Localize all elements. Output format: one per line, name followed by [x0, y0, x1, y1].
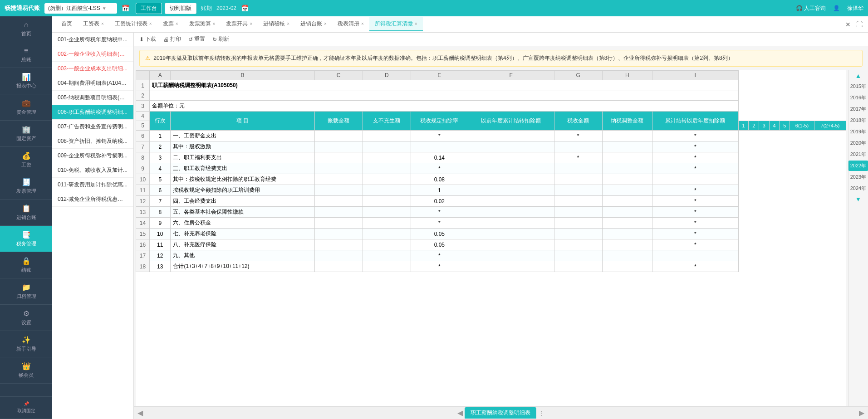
tab-home[interactable]: 首页	[56, 17, 78, 31]
sidebar-item-home[interactable]: ⌂ 首页	[0, 16, 52, 42]
period-calendar-icon[interactable]: 📅	[241, 5, 249, 12]
tab-invoice-open[interactable]: 发票开具 ×	[221, 17, 258, 31]
year-2019[interactable]: 2019年	[848, 127, 868, 137]
left-panel-item-003[interactable]: 003-一般企业成本支出明细...	[52, 62, 133, 76]
year-2016[interactable]: 2016年	[848, 93, 868, 103]
page-left-button[interactable]: ◀	[137, 409, 143, 417]
workspace-button[interactable]: 工作台	[136, 3, 162, 14]
old-version-button[interactable]: 切到旧版	[165, 3, 196, 14]
sidebar-item-guide[interactable]: ✨ 新手引导	[0, 331, 52, 357]
sales-icon: 📋	[22, 204, 31, 213]
col-header-A: A	[150, 71, 171, 80]
tab-purchase-ledger[interactable]: 进销台账 ×	[295, 17, 332, 31]
table-row: 14 9 六、住房公积金 * *	[136, 218, 846, 229]
company-selector[interactable]: (勿删）江西般宝-LSS ▼	[44, 3, 117, 14]
reset-icon: ↺	[188, 36, 193, 43]
sidebar-item-report[interactable]: 📊 报表中心	[0, 68, 52, 94]
close-icon[interactable]: ×	[361, 21, 364, 26]
row-num: 4	[136, 112, 150, 121]
left-panel-item-005[interactable]: 005-纳税调整项目明细表(A1...	[52, 91, 133, 105]
sidebar-item-label: 进销台账	[16, 214, 36, 221]
year-2018[interactable]: 2018年	[848, 115, 868, 126]
content-area: 首页 工资表 × 工资统计报表 × 发票 × 发票测算 × 发票开具 ×	[52, 16, 868, 419]
left-panel-item-002[interactable]: 002-一般企业收入明细表(A1...	[52, 47, 133, 62]
table-header-row: 4 行次 项 目 账载全额 支不充生额 税收规定扣除率 以前年度累计结转扣除额 …	[136, 112, 846, 121]
left-panel-item-008[interactable]: 008-资产折旧、摊销及纳税...	[52, 134, 133, 149]
tab-purchase-check[interactable]: 进销稽核 ×	[258, 17, 295, 31]
tab-salary-report[interactable]: 工资统计报表 ×	[109, 17, 157, 31]
th-sub-6: 6(1-5)	[790, 121, 814, 131]
left-panel-item-001[interactable]: 001-企业所得税年度纳税申...	[52, 33, 133, 47]
left-panel-item-009[interactable]: 009-企业所得税弥补亏损明...	[52, 149, 133, 163]
headset-icon: 🎧	[796, 5, 803, 11]
bottom-menu-dots[interactable]: ⋮	[538, 409, 544, 417]
reset-button[interactable]: ↺ 重置	[188, 35, 205, 43]
sidebar-item-label: 总账	[21, 56, 31, 63]
table-row: 1 职工薪酬纳税调整明细表(A105050)	[136, 80, 846, 91]
th-sub-5: 5	[780, 121, 790, 131]
print-button[interactable]: 🖨 打印	[163, 35, 181, 43]
close-icon[interactable]: ×	[287, 21, 289, 26]
scroll-right-button[interactable]: ▶	[859, 409, 864, 417]
left-panel-item-012[interactable]: 012-减免企业所得税优惠明细...	[52, 192, 133, 207]
page-right-button[interactable]: ◀	[457, 409, 463, 417]
sidebar-item-salary[interactable]: 💰 工资	[0, 147, 52, 173]
left-panel-item-006[interactable]: 006-职工薪酬纳税调整明细...	[52, 105, 133, 120]
sidebar-item-fixed-assets[interactable]: 🏢 固定资产	[0, 121, 52, 147]
close-icon[interactable]: ×	[250, 21, 252, 26]
table-container[interactable]: A B C D E F G H I	[136, 70, 846, 406]
left-panel-item-007[interactable]: 007-广告费和业务宣传费明...	[52, 120, 133, 134]
col-header-B: B	[171, 71, 314, 80]
tab-salary[interactable]: 工资表 ×	[78, 17, 109, 31]
year-2021[interactable]: 2021年	[848, 149, 868, 160]
year-2023[interactable]: 2023年	[848, 172, 868, 182]
left-panel-item-004[interactable]: 004-期间费用明细表(A1040...	[52, 76, 133, 91]
year-2022[interactable]: 2022年	[848, 161, 868, 171]
close-icon[interactable]: ×	[149, 21, 152, 26]
support-button[interactable]: 🎧 人工客询	[796, 5, 826, 12]
close-icon[interactable]: ×	[101, 21, 104, 26]
download-button[interactable]: ⬇ 下载	[139, 35, 156, 43]
year-2024[interactable]: 2024年	[848, 183, 868, 194]
row-num: 5	[136, 121, 150, 131]
fullscreen-button[interactable]: ⛶	[854, 20, 864, 29]
tab-tax-list[interactable]: 税表清册 ×	[332, 17, 369, 31]
tab-invoice-calc[interactable]: 发票测算 ×	[184, 17, 221, 31]
sidebar-item-tax[interactable]: 📑 税务管理	[0, 226, 52, 252]
bottom-tab-salary[interactable]: 职工薪酬纳税调整明细表	[465, 407, 536, 419]
close-icon[interactable]: ×	[176, 21, 178, 26]
sidebar-item-invoice[interactable]: 🧾 发票管理	[0, 173, 52, 200]
sidebar-item-member[interactable]: 👑 畅会员	[0, 357, 52, 384]
th-book-total: 账载全额	[314, 112, 363, 131]
table-row: 12 7 四、工会经费支出 0.02 *	[136, 196, 846, 207]
sidebar: ⌂ 首页 ≡ 总账 📊 报表中心 💼 资金管理 🏢 固定资产 💰 工资 🧾 发票…	[0, 16, 52, 419]
year-2020[interactable]: 2020年	[848, 138, 868, 148]
tab-invoice[interactable]: 发票 ×	[157, 17, 184, 31]
year-scroll: ▲ 2015年 2016年 2017年 2018年 2019年 2020年 20…	[848, 70, 868, 406]
tab-actions: ✕ ⛶	[843, 20, 864, 29]
year-2015[interactable]: 2015年	[848, 81, 868, 92]
sidebar-item-archive[interactable]: 📁 归档管理	[0, 278, 52, 305]
sidebar-unpin-button[interactable]: 📌 取消固定	[0, 397, 52, 419]
sidebar-item-sales-ledger[interactable]: 📋 进销台账	[0, 200, 52, 226]
left-panel-item-011[interactable]: 011-研发费用加计扣除优惠...	[52, 178, 133, 192]
tab-income-tax[interactable]: 所得税汇算清缴 ×	[369, 17, 423, 31]
table-row: 8 3 二、职工福利要支出 0.14 * *	[136, 152, 846, 163]
close-icon[interactable]: ×	[415, 21, 417, 26]
close-icon[interactable]: ×	[213, 21, 216, 26]
sidebar-item-label: 设置	[21, 319, 31, 326]
left-panel-item-010[interactable]: 010-免税、减收收入及加计...	[52, 163, 133, 178]
scroll-down-arrow[interactable]: ▼	[854, 195, 863, 204]
sidebar-item-ledger[interactable]: ≡ 总账	[0, 42, 52, 68]
table-row: 7 2 其中：股权激励 *	[136, 141, 846, 152]
close-icon[interactable]: ×	[324, 21, 327, 26]
sidebar-item-closing[interactable]: 🔒 结账	[0, 252, 52, 278]
close-all-tabs-button[interactable]: ✕	[843, 20, 853, 29]
sidebar-item-assets[interactable]: 💼 资金管理	[0, 94, 52, 121]
salary-icon: 💰	[22, 151, 31, 160]
refresh-button[interactable]: ↻ 刷新	[212, 35, 229, 43]
year-2017[interactable]: 2017年	[848, 104, 868, 114]
top-btn-group: 工作台 切到旧版	[136, 3, 196, 14]
sidebar-item-settings[interactable]: ⚙ 设置	[0, 305, 52, 331]
scroll-up-arrow[interactable]: ▲	[854, 71, 863, 80]
